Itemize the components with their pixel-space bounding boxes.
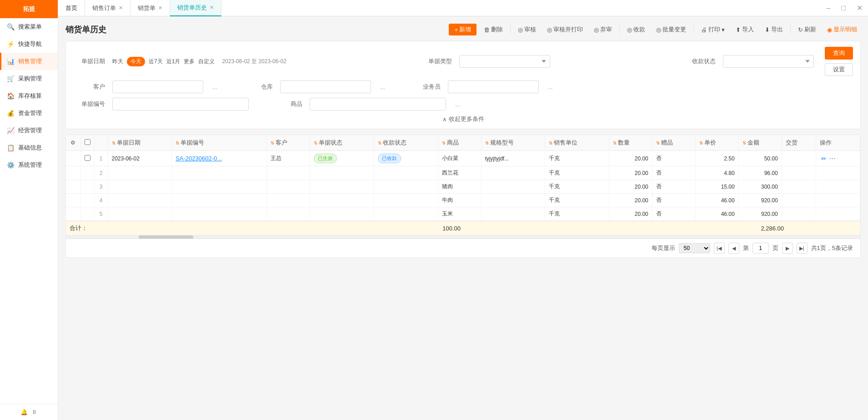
row-recstatus-5 (374, 207, 438, 221)
row-recstatus-2 (374, 166, 438, 180)
sidebar-item-operation-mgmt[interactable]: 📈 经营管理 (0, 122, 58, 139)
audit-print-button[interactable]: ◎ 审核并打印 (543, 24, 587, 35)
goods-col-header[interactable]: ⇅ 商品 (438, 135, 481, 151)
trade-col-header[interactable]: 交货 (782, 135, 816, 151)
row-checkbox-1[interactable] (80, 151, 94, 166)
sidebar-bottom-icon2[interactable]: ⏸ (31, 409, 37, 415)
customer-input[interactable] (112, 80, 203, 93)
row-docno-5[interactable] (172, 207, 267, 221)
row-checkbox-3[interactable] (80, 180, 94, 194)
date-col-header[interactable]: ⇅ 单据日期 (108, 135, 172, 151)
show-detail-button[interactable]: ◉ 显示明细 (823, 24, 861, 35)
sidebar-item-fund-mgmt[interactable]: 💰 资金管理 (0, 105, 58, 122)
minimize-button[interactable]: – (821, 0, 836, 16)
sidebar-item-inventory[interactable]: 🏠 库存核算 (0, 87, 58, 105)
next-page-button[interactable]: ▶ (782, 243, 793, 254)
doc-type-select[interactable] (459, 55, 550, 68)
sidebar-item-sales-mgmt[interactable]: 📊 销售管理 (0, 53, 58, 70)
row-action-1[interactable]: ✏⋯ (816, 151, 860, 166)
spec-col-header[interactable]: ⇅ 规格型号 (481, 135, 545, 151)
close-sales-history-icon[interactable]: ✕ (210, 5, 214, 10)
goods-ellipsis[interactable]: ... (453, 101, 462, 108)
audit-button[interactable]: ◎ 审核 (514, 24, 540, 35)
unitprice-col-header[interactable]: ⇅ 单价 (695, 135, 738, 151)
row-gift-5: 否 (652, 207, 695, 221)
export-button[interactable]: ⬇ 导出 (761, 24, 787, 35)
row-docno-4[interactable] (172, 194, 267, 207)
doc-no-input[interactable] (112, 98, 249, 110)
unit-col-header[interactable]: ⇅ 销售单位 (545, 135, 609, 151)
docno-col-header[interactable]: ⇅ 单据编号 (172, 135, 267, 151)
docstatus-col-header[interactable]: ⇅ 单据状态 (310, 135, 374, 151)
gift-col-header[interactable]: ⇅ 赠品 (652, 135, 695, 151)
add-button[interactable]: + 新增 (449, 24, 477, 35)
collapse-up-icon: ∧ (442, 116, 447, 123)
sidebar-bottom-icon1[interactable]: 🔔 (20, 409, 28, 415)
shortcut-custom[interactable]: 自定义 (198, 58, 215, 65)
row-qty-3: 20.00 (609, 180, 652, 194)
checkbox-col-header[interactable] (80, 135, 94, 151)
close-sales-order-icon[interactable]: ✕ (119, 5, 123, 11)
row-checkbox-2[interactable] (80, 166, 94, 180)
maximize-button[interactable]: □ (836, 0, 851, 16)
sidebar-item-quick-nav[interactable]: ⚡ 快捷导航 (0, 35, 58, 53)
warehouse-input[interactable] (280, 80, 371, 93)
row-docno-3[interactable] (172, 180, 267, 194)
shortcut-today[interactable]: 今天 (127, 57, 145, 66)
shortcut-1month[interactable]: 近1月 (166, 58, 181, 65)
goods-input[interactable] (310, 98, 446, 110)
row-action-2[interactable] (816, 166, 860, 180)
scrollbar-thumb[interactable] (139, 235, 193, 239)
last-page-button[interactable]: ▶| (797, 243, 808, 254)
receive-button[interactable]: ◎ 收款 (623, 24, 649, 35)
import-button[interactable]: ⬆ 导入 (732, 24, 758, 35)
row-action-4[interactable] (816, 194, 860, 207)
sidebar-item-sys-mgmt[interactable]: ⚙️ 系统管理 (0, 156, 58, 174)
receive-status-select[interactable] (723, 55, 814, 68)
gear-col-header[interactable]: ⚙ (66, 135, 80, 151)
close-sales-goods-icon[interactable]: ✕ (158, 5, 162, 11)
sidebar-item-purchase-mgmt[interactable]: 🛒 采购管理 (0, 70, 58, 87)
row-action-3[interactable] (816, 180, 860, 194)
tab-sales-history[interactable]: 销货单历史 ✕ (170, 0, 221, 16)
prev-page-button[interactable]: ◀ (728, 243, 739, 254)
row-action-5[interactable] (816, 207, 860, 221)
shortcut-yesterday[interactable]: 昨天 (112, 58, 123, 65)
query-button[interactable]: 查询 (825, 47, 853, 60)
row-checkbox-4[interactable] (80, 194, 94, 207)
print-button[interactable]: 🖨 打印 ▾ (697, 24, 728, 35)
sidebar-item-search-menu[interactable]: 🔍 搜索菜单 (0, 18, 58, 35)
abandon-button[interactable]: ◎ 弃审 (590, 24, 616, 35)
edit-icon-1[interactable]: ✏ (820, 155, 828, 162)
settings-button[interactable]: 设置 (825, 63, 853, 76)
delete-button[interactable]: 🗑 删除 (480, 24, 507, 35)
tab-home[interactable]: 首页 (58, 0, 85, 16)
recstatus-col-header[interactable]: ⇅ 收款状态 (374, 135, 438, 151)
first-page-button[interactable]: |◀ (714, 243, 725, 254)
page-size-select[interactable]: 50 100 200 (679, 243, 710, 253)
page-input[interactable] (753, 243, 769, 254)
tab-sales-goods[interactable]: 销货单 ✕ (130, 0, 170, 16)
horizontal-scrollbar[interactable] (66, 235, 860, 239)
close-window-button[interactable]: ✕ (851, 0, 868, 16)
sidebar-item-basic-info[interactable]: 📋 基础信息 (0, 139, 58, 156)
salesperson-input[interactable] (448, 80, 539, 93)
customer-col-header[interactable]: ⇅ 客户 (267, 135, 310, 151)
select-all-checkbox[interactable] (85, 139, 90, 145)
row-docno-1[interactable]: SA-20230602-0... (172, 151, 267, 166)
row-trade-1 (782, 151, 816, 166)
customer-ellipsis[interactable]: ... (211, 84, 219, 90)
shortcut-7days[interactable]: 近7天 (149, 58, 163, 65)
shortcut-more[interactable]: 更多 (184, 58, 195, 65)
salesperson-ellipsis[interactable]: ... (546, 84, 555, 90)
qty-col-header[interactable]: ⇅ 数量 (609, 135, 652, 151)
refresh-button[interactable]: ↻ 刷新 (794, 24, 820, 35)
row-checkbox-5[interactable] (80, 207, 94, 221)
tab-sales-order[interactable]: 销售订单 ✕ (85, 0, 130, 16)
amount-col-header[interactable]: ⇅ 金额 (738, 135, 782, 151)
more-icon-1[interactable]: ⋯ (828, 155, 837, 162)
batch-change-button[interactable]: ◎ 批量变更 (652, 24, 690, 35)
warehouse-ellipsis[interactable]: ... (378, 84, 387, 90)
row-docno-2[interactable] (172, 166, 267, 180)
collapse-filter-button[interactable]: ∧ 收起更多条件 (73, 115, 853, 123)
